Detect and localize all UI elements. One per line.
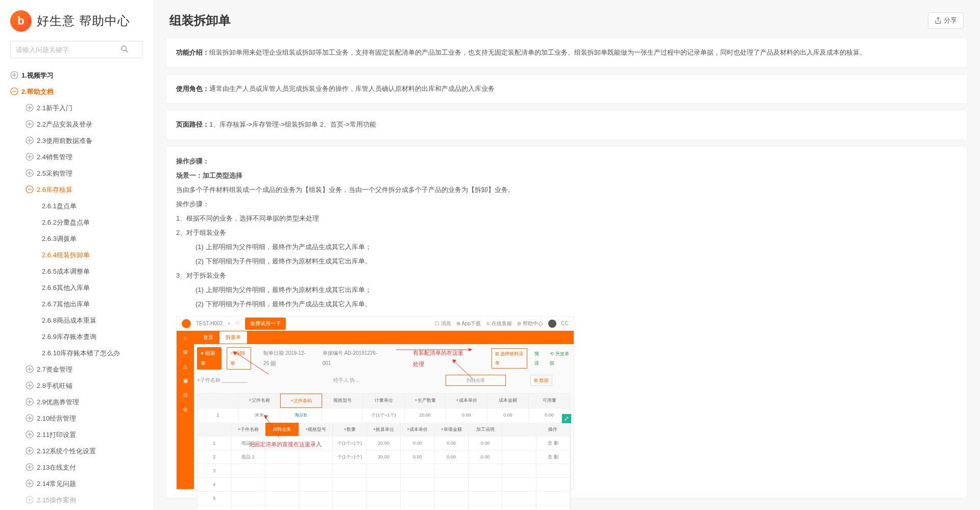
steps-title: 操作步骤： <box>176 157 209 165</box>
nav-l3-7[interactable]: 2.6.7其他出库单 <box>10 296 143 312</box>
nav-l2-9[interactable]: 2.9优惠券管理 <box>10 394 143 410</box>
nav-l3-10[interactable]: 2.6.10库存账本错了怎么办 <box>10 345 143 361</box>
plus-icon <box>26 396 34 404</box>
svg-point-0 <box>121 46 126 51</box>
demo-leftnav: ⌂⊞△▣⊡◎ <box>177 331 194 489</box>
nav-l3-5[interactable]: 2.6.5成本调整单 <box>10 263 143 280</box>
demo-tab-home: 首页 <box>197 331 219 344</box>
nav-l3-8[interactable]: 2.6.8商品成本重算 <box>10 312 143 329</box>
brand-title: 好生意 帮助中心 <box>37 13 130 29</box>
demo-parent-table: +父件名称+父件条码规格型号计量单位+生产数量+成本单价成本金额可用量 1米米海… <box>197 393 571 510</box>
intro-label: 功能介绍： <box>176 48 209 56</box>
search-box <box>10 41 143 58</box>
demo-try-button: 免费试用一下 <box>245 318 286 330</box>
nav-l2-10[interactable]: 2.10经营管理 <box>10 410 143 427</box>
nav-l2-14[interactable]: 2.14常见问题 <box>10 476 143 492</box>
nav-l2-2[interactable]: 2.2产品安装及登录 <box>10 116 143 133</box>
nav-l2-8[interactable]: 2.8手机旺铺 <box>10 378 143 394</box>
plus-icon <box>26 494 34 502</box>
nav-l3-1[interactable]: 2.6.1盘点单 <box>10 198 143 214</box>
demo-screenshot: TEST-H002 ▾ ♡ 免费试用一下 ☐ 消息 ⊕ App下载 ⊙ 在线客服… <box>176 316 574 490</box>
role-card: 使用角色：通常由生产人员或库管人员完成拆装业务的操作，库管人员确认原材料的出库和… <box>165 74 968 104</box>
path-text: 1、库存核算->库存管理->组装拆卸单 2、首页->常用功能 <box>209 120 376 128</box>
scenario-title: 场景一：加工类型选择 <box>176 172 242 179</box>
step-text: 当由多个子件材料组装成一个成品的业务为【组装】业务，当由一个父件拆分成多个子产品… <box>176 183 957 197</box>
brand-logo: b 好生意 帮助中心 <box>10 10 143 32</box>
nav-l2-13[interactable]: 2.13在线支付 <box>10 459 143 476</box>
path-label: 页面路径： <box>176 120 209 128</box>
minus-icon <box>26 183 34 191</box>
steps-card: 操作步骤： 场景一：加工类型选择 当由多个子件材料组装成一个成品的业务为【组装】… <box>165 146 968 498</box>
plus-icon <box>26 445 34 453</box>
plus-icon <box>26 461 34 469</box>
nav-l3-6[interactable]: 2.6.6其他入库单 <box>10 280 143 296</box>
share-button[interactable]: 分享 <box>928 12 964 29</box>
logo-icon: b <box>10 10 32 32</box>
plus-icon <box>26 412 34 420</box>
nav-l3-9[interactable]: 2.6.9库存账本查询 <box>10 329 143 345</box>
sidebar: b 好生意 帮助中心 1.视频学习 2.帮助文档 2.1新手入门 2.2产品安装… <box>0 0 153 510</box>
role-label: 使用角色： <box>176 85 209 92</box>
intro-text: 组装拆卸单用来处理企业组装或拆卸等加工业务，支持有固定装配清单的产品加工业务，也… <box>209 48 866 56</box>
avatar-icon <box>548 320 556 328</box>
nav-l3-3[interactable]: 2.6.3调拨单 <box>10 231 143 247</box>
nav-l1-video[interactable]: 1.视频学习 <box>10 67 143 84</box>
intro-card: 功能介绍：组装拆卸单用来处理企业组装或拆卸等加工业务，支持有固定装配清单的产品加… <box>165 38 968 68</box>
plus-icon <box>26 102 34 110</box>
step-sub: (2) 下部明细为子件明细，最终作为原材料生成其它出库单。 <box>176 255 957 268</box>
share-label: 分享 <box>944 16 957 25</box>
role-text: 通常由生产人员或库管人员完成拆装业务的操作，库管人员确认原材料的出库和产成品的入… <box>209 85 495 92</box>
nav-l2-3[interactable]: 2.3使用前数据准备 <box>10 133 143 149</box>
nav-l2-4[interactable]: 2.4销售管理 <box>10 149 143 165</box>
demo-preset: 预设 <box>534 349 543 368</box>
share-icon <box>935 17 942 24</box>
svg-line-1 <box>126 50 128 52</box>
plus-icon <box>26 477 34 485</box>
step-sub: (1) 上部明细为父件明细，最终作为原材料生成其它出库单； <box>176 283 957 297</box>
demo-anno-4: 无固定清单的直接在这里录入 <box>249 439 322 450</box>
plus-icon <box>26 379 34 387</box>
demo-logo-icon <box>182 319 191 328</box>
nav-l3-2[interactable]: 2.6.2分量盘点单 <box>10 214 143 231</box>
step-text: 操作步骤： <box>176 198 957 211</box>
step-text: 2、对于组装业务 <box>176 226 957 239</box>
plus-icon <box>10 69 18 77</box>
expand-icon: ⤢ <box>562 414 571 423</box>
demo-app: App下载 <box>461 321 481 326</box>
step-sub: (1) 上部明细为父件明细，最终作为产成品生成其它入库单； <box>176 240 957 254</box>
path-card: 页面路径：1、库存核算->库存管理->组装拆卸单 2、首页->常用功能 <box>165 110 968 140</box>
demo-tab-doc: 拆装单 <box>219 331 247 344</box>
nav-l2-12[interactable]: 2.12系统个性化设置 <box>10 443 143 459</box>
nav-l2-15[interactable]: 2.15操作案例 <box>10 492 143 508</box>
demo-anno-1: 有装配清单的在这里处理 <box>413 347 467 370</box>
step-text: 3、对于拆装业务 <box>176 269 957 282</box>
step-sub: (2) 下部明细为子件明细，最终作为产成品生成其它入库单。 <box>176 298 957 311</box>
demo-msg: 消息 <box>441 321 451 326</box>
demo-chip-assemble: ● 组装单 <box>197 347 222 370</box>
step-text: 1、根据不同的业务，选择不同单据的类型来处理 <box>176 212 957 225</box>
plus-icon <box>26 167 34 175</box>
page-title: 组装拆卸单 <box>169 12 231 29</box>
nav-tree: 1.视频学习 2.帮助文档 2.1新手入门 2.2产品安装及登录 2.3使用前数… <box>10 67 143 508</box>
plus-icon <box>26 118 34 126</box>
nav-l2-5[interactable]: 2.5采购管理 <box>10 165 143 182</box>
plus-icon <box>26 428 34 436</box>
minus-icon <box>10 85 18 93</box>
plus-icon <box>26 151 34 159</box>
demo-account: TEST-H002 <box>196 319 223 329</box>
nav-l2-11[interactable]: 2.11打印设置 <box>10 427 143 443</box>
search-icon[interactable] <box>120 45 129 53</box>
nav-l2-6[interactable]: 2.6库存核算 <box>10 182 143 198</box>
demo-wh: 到转出库 <box>446 375 506 386</box>
nav-l3-4[interactable]: 2.6.4组装拆卸单 <box>10 247 143 263</box>
demo-bom-button: ⊞ 选择物料清单 <box>492 348 528 369</box>
main-content: 组装拆卸单 分享 功能介绍：组装拆卸单用来处理企业组装或拆卸等加工业务，支持有固… <box>153 0 980 510</box>
nav-l2-1[interactable]: 2.1新手入门 <box>10 100 143 116</box>
demo-help: 帮助中心 <box>523 321 543 326</box>
plus-icon <box>26 363 34 371</box>
demo-chip-disassemble: ○ 拆卸单 <box>227 347 251 370</box>
nav-l1-docs[interactable]: 2.帮助文档 <box>10 84 143 100</box>
plus-icon <box>26 134 34 142</box>
nav-l2-7[interactable]: 2.7资金管理 <box>10 361 143 378</box>
demo-service: 在线客服 <box>492 321 512 326</box>
